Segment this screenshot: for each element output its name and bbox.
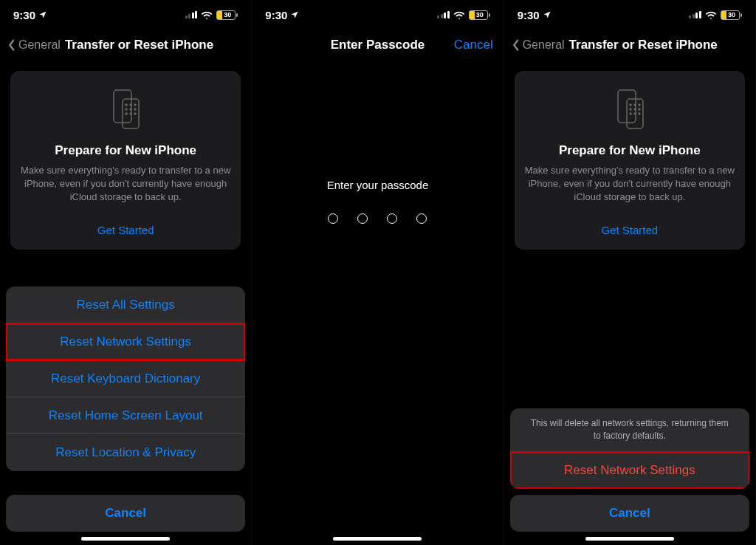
- status-bar: 9:30 30: [504, 0, 755, 30]
- status-bar: 9:30 30: [252, 0, 503, 30]
- svg-point-8: [126, 113, 127, 114]
- card-title: Prepare for New iPhone: [525, 143, 735, 158]
- card-subtitle: Make sure everything's ready to transfer…: [525, 164, 735, 205]
- svg-point-19: [630, 113, 631, 114]
- cutoff-row: Reset: [6, 477, 245, 495]
- wifi-icon: [705, 9, 717, 21]
- reset-all-settings-button[interactable]: Reset All Settings: [6, 287, 245, 323]
- screen-confirm-reset: 9:30 30 General Transfer or Reset iPhone: [504, 0, 756, 545]
- location-icon: [290, 9, 299, 21]
- passcode-dot: [357, 213, 368, 224]
- cellular-icon: [689, 11, 701, 18]
- svg-point-17: [634, 109, 636, 110]
- sheet-message: This will delete all network settings, r…: [510, 408, 749, 452]
- reset-location-privacy-button[interactable]: Reset Location & Privacy: [6, 434, 245, 471]
- passcode-dot: [416, 213, 427, 224]
- nav-bar: Enter Passcode Cancel: [252, 30, 503, 61]
- page-title: Transfer or Reset iPhone: [65, 38, 213, 52]
- wifi-icon: [201, 9, 213, 21]
- prepare-card: Prepare for New iPhone Make sure everyth…: [10, 71, 241, 250]
- back-label: General: [18, 38, 61, 52]
- passcode-dots: [328, 213, 427, 224]
- svg-point-15: [639, 104, 640, 106]
- card-subtitle: Make sure everything's ready to transfer…: [21, 164, 230, 205]
- svg-point-2: [126, 104, 127, 106]
- svg-point-6: [130, 109, 131, 110]
- status-time: 9:30: [13, 9, 35, 21]
- nav-bar: General Transfer or Reset iPhone: [504, 30, 755, 61]
- svg-point-18: [639, 109, 640, 110]
- back-label: General: [523, 38, 565, 52]
- chevron-left-icon: [512, 38, 520, 52]
- svg-point-7: [134, 109, 136, 110]
- reset-network-settings-confirm-button[interactable]: Reset Network Settings: [510, 452, 749, 489]
- battery-icon: 30: [469, 10, 490, 20]
- screen-enter-passcode: 9:30 30 Enter Passcode Cancel Enter your…: [252, 0, 504, 545]
- svg-point-14: [634, 104, 636, 106]
- page-title: Transfer or Reset iPhone: [569, 38, 718, 52]
- battery-icon: 30: [721, 10, 742, 20]
- svg-point-4: [134, 104, 136, 106]
- svg-point-16: [630, 109, 631, 110]
- screen-reset-options: 9:30 30 General Transfer or Reset iPhone: [0, 0, 252, 545]
- cancel-button[interactable]: Cancel: [454, 38, 493, 52]
- svg-point-3: [130, 104, 131, 106]
- get-started-link[interactable]: Get Started: [21, 224, 230, 236]
- svg-point-10: [134, 113, 136, 114]
- location-icon: [38, 9, 47, 21]
- status-time: 9:30: [265, 9, 287, 21]
- status-time: 9:30: [518, 9, 540, 21]
- transfer-icon: [21, 86, 230, 133]
- passcode-dot: [387, 213, 397, 224]
- home-indicator[interactable]: [81, 537, 170, 541]
- cancel-button[interactable]: Cancel: [6, 495, 245, 532]
- svg-point-5: [126, 109, 127, 110]
- wifi-icon: [453, 9, 465, 21]
- back-button[interactable]: General: [512, 38, 565, 52]
- cellular-icon: [437, 11, 450, 18]
- home-indicator[interactable]: [333, 537, 422, 541]
- get-started-link[interactable]: Get Started: [525, 224, 735, 236]
- action-sheet: This will delete all network settings, r…: [504, 408, 755, 545]
- home-indicator[interactable]: [585, 537, 674, 541]
- card-title: Prepare for New iPhone: [21, 143, 230, 158]
- battery-icon: 30: [216, 10, 238, 20]
- reset-keyboard-dictionary-button[interactable]: Reset Keyboard Dictionary: [6, 360, 245, 397]
- svg-point-13: [630, 104, 631, 106]
- passcode-dot: [328, 213, 338, 224]
- action-sheet: Reset All Settings Reset Network Setting…: [0, 287, 251, 545]
- passcode-prompt: Enter your passcode: [327, 179, 429, 191]
- cellular-icon: [185, 11, 198, 18]
- transfer-icon: [525, 86, 735, 133]
- nav-bar: General Transfer or Reset iPhone: [0, 30, 251, 61]
- location-icon: [543, 9, 551, 21]
- back-button[interactable]: General: [7, 38, 61, 52]
- cancel-button[interactable]: Cancel: [510, 495, 749, 532]
- status-bar: 9:30 30: [0, 0, 251, 30]
- reset-network-settings-button[interactable]: Reset Network Settings: [6, 323, 245, 360]
- svg-point-21: [639, 113, 640, 114]
- svg-point-9: [130, 113, 131, 114]
- chevron-left-icon: [7, 38, 16, 52]
- prepare-card: Prepare for New iPhone Make sure everyth…: [515, 71, 745, 250]
- reset-home-screen-layout-button[interactable]: Reset Home Screen Layout: [6, 397, 245, 434]
- svg-point-20: [634, 113, 636, 114]
